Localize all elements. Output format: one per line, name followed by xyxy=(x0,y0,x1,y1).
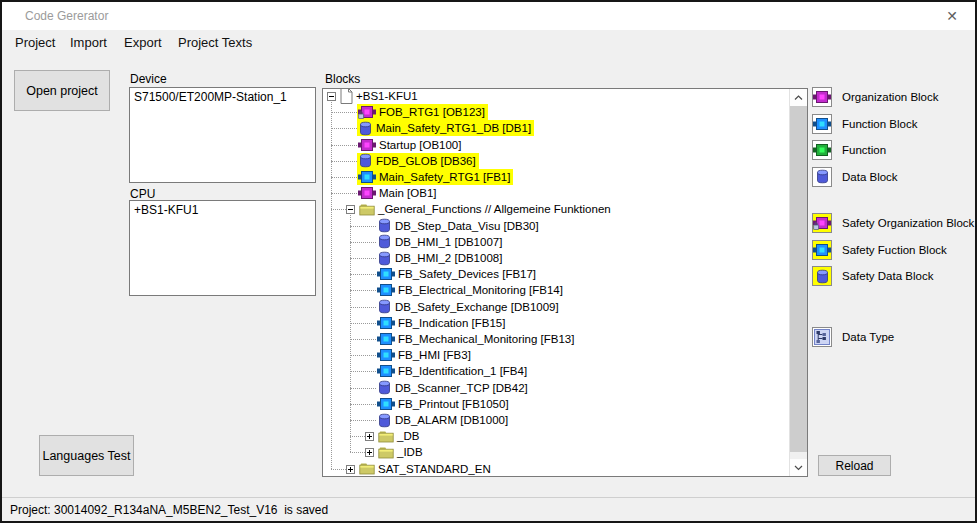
tree-item[interactable]: DB_ALARM [DB1000] xyxy=(376,412,511,428)
menu-bar: Project Import Export Project Texts xyxy=(2,30,975,57)
tree-item[interactable]: FB_Indication [FB15] xyxy=(376,315,508,331)
tree-item-label: DB_HMI_1 [DB1007] xyxy=(395,236,502,248)
data-block-icon xyxy=(377,380,392,395)
legend-label: Organization Block xyxy=(842,91,939,103)
data-type-icon xyxy=(812,327,832,347)
data-block-icon xyxy=(377,299,392,314)
tree-item[interactable]: FDB_GLOB [DB36] xyxy=(357,153,479,169)
tree-item[interactable]: Main [OB1] xyxy=(357,185,440,201)
organization-block-icon xyxy=(358,138,376,152)
legend-label: Safety Data Block xyxy=(842,270,933,282)
menu-item-project-texts[interactable]: Project Texts xyxy=(178,35,252,50)
legend-label: Function Block xyxy=(842,118,917,130)
languages-test-button[interactable]: Languages Test xyxy=(39,435,134,476)
tree-guide-line xyxy=(331,145,357,146)
collapse-toggle-icon[interactable] xyxy=(346,205,355,214)
tree-item-label: FB_Indication [FB15] xyxy=(398,317,505,329)
tree-item-label: DB_Safety_Exchange [DB1009] xyxy=(395,301,559,313)
blocks-tree: +BS1-KFU1FOB_RTG1 [OB123]Main_Safety_RTG… xyxy=(322,88,808,477)
tree-item[interactable]: _General_Functions // Allgemeine Funktio… xyxy=(358,201,614,217)
tree-item[interactable]: DB_HMI_2 [DB1008] xyxy=(376,250,505,266)
collapse-toggle-icon[interactable] xyxy=(327,92,336,101)
tree-item[interactable]: FB_Mechanical_Monitoring [FB13] xyxy=(376,331,577,347)
tree-item[interactable]: FB_Identification_1 [FB4] xyxy=(376,363,530,379)
tree-item[interactable]: SAT_STANDARD_EN xyxy=(358,461,494,476)
tree-item[interactable]: FB_Printout [FB1050] xyxy=(376,396,512,412)
organization-block-icon xyxy=(812,87,832,107)
scroll-down-icon[interactable] xyxy=(790,459,807,476)
tree-item[interactable]: FOB_RTG1 [OB123] xyxy=(357,104,488,120)
scroll-thumb[interactable] xyxy=(790,106,807,452)
safety-data-block-icon xyxy=(358,121,373,136)
tree-item[interactable]: FB_HMI [FB3] xyxy=(376,347,474,363)
tree-item[interactable]: Main_Safety_RTG1_DB [DB1] xyxy=(357,120,534,136)
safety-organization-block-icon xyxy=(812,213,832,233)
tree-item-label: _General_Functions // Allgemeine Funktio… xyxy=(378,203,611,215)
tree-guide-line xyxy=(331,469,346,470)
scroll-up-icon[interactable] xyxy=(790,89,807,106)
tree-item[interactable]: _IDB xyxy=(377,444,426,460)
data-block-icon xyxy=(377,413,392,428)
expand-toggle-icon[interactable] xyxy=(346,465,355,474)
safety-data-block-icon xyxy=(358,153,373,168)
tree-guide-line xyxy=(350,355,376,356)
menu-item-project[interactable]: Project xyxy=(15,35,55,50)
status-text: Project: 30014092_R134aNA_M5BEN2_Test_V1… xyxy=(10,503,328,517)
tree-guide-line xyxy=(350,420,376,421)
folder-icon xyxy=(359,462,375,475)
tree-guide-line xyxy=(350,258,376,259)
tree-guide-line xyxy=(331,193,357,194)
device-label: Device xyxy=(130,72,167,86)
tree-item[interactable]: FB_Safety_Devices [FB17] xyxy=(376,266,539,282)
device-list-item[interactable]: S71500/ET200MP-Station_1 xyxy=(130,88,315,105)
tree-item[interactable]: Main_Safety_RTG1 [FB1] xyxy=(357,169,513,185)
tree-item-label: Startup [OB100] xyxy=(379,139,461,151)
tree-guide-line xyxy=(350,290,376,291)
tree-item[interactable]: FB_Electrical_Monitoring [FB14] xyxy=(376,282,566,298)
tree-item[interactable]: DB_HMI_1 [DB1007] xyxy=(376,234,505,250)
folder-icon xyxy=(359,203,375,216)
expand-toggle-icon[interactable] xyxy=(365,448,374,457)
station-icon xyxy=(340,89,353,104)
tree-guide-line xyxy=(350,226,376,227)
tree-guide-line xyxy=(331,161,357,162)
function-block-icon xyxy=(812,114,832,134)
legend-label: Data Block xyxy=(842,171,898,183)
tree-item-label: FB_Printout [FB1050] xyxy=(398,398,509,410)
cpu-list-item[interactable]: +BS1-KFU1 xyxy=(130,201,315,218)
blocks-tree-content: +BS1-KFU1FOB_RTG1 [OB123]Main_Safety_RTG… xyxy=(323,89,790,476)
cpu-label: CPU xyxy=(130,187,155,201)
safety-function-block-icon xyxy=(358,170,376,184)
close-icon[interactable]: ✕ xyxy=(937,5,967,27)
title-bar: Code Gererator ✕ xyxy=(2,2,975,30)
tree-item[interactable]: _DB xyxy=(377,428,422,444)
menu-item-export[interactable]: Export xyxy=(124,35,162,50)
tree-guide-line xyxy=(331,209,346,210)
tree-item[interactable]: Startup [OB100] xyxy=(357,137,464,153)
open-project-button[interactable]: Open project xyxy=(14,70,110,111)
tree-guide-line xyxy=(350,242,376,243)
legend-label: Safety Fuction Block xyxy=(842,244,947,256)
tree-item-label: FDB_GLOB [DB36] xyxy=(376,155,476,167)
reload-button[interactable]: Reload xyxy=(818,455,891,476)
menu-item-import[interactable]: Import xyxy=(70,35,107,50)
tree-item-label: _DB xyxy=(397,430,419,442)
tree-item[interactable]: +BS1-KFU1 xyxy=(339,89,421,104)
safety-function-block-icon xyxy=(812,240,832,260)
expand-toggle-icon[interactable] xyxy=(365,432,374,441)
tree-guide-line xyxy=(350,388,376,389)
safety-data-block-icon xyxy=(812,266,832,286)
tree-guide-line xyxy=(350,307,376,308)
tree-scrollbar[interactable] xyxy=(789,89,807,476)
tree-item-label: +BS1-KFU1 xyxy=(356,90,418,102)
function-block-icon xyxy=(377,332,395,346)
safety-organization-block-icon xyxy=(358,105,376,119)
tree-guide-line xyxy=(331,102,332,469)
blocks-label: Blocks xyxy=(325,72,360,86)
legend-label: Data Type xyxy=(842,331,894,343)
tree-item[interactable]: DB_Scanner_TCP [DB42] xyxy=(376,380,531,396)
tree-item[interactable]: DB_Safety_Exchange [DB1009] xyxy=(376,299,562,315)
tree-item[interactable]: DB_Step_Data_Visu [DB30] xyxy=(376,218,542,234)
tree-guide-line xyxy=(331,128,357,129)
function-block-icon xyxy=(377,267,395,281)
